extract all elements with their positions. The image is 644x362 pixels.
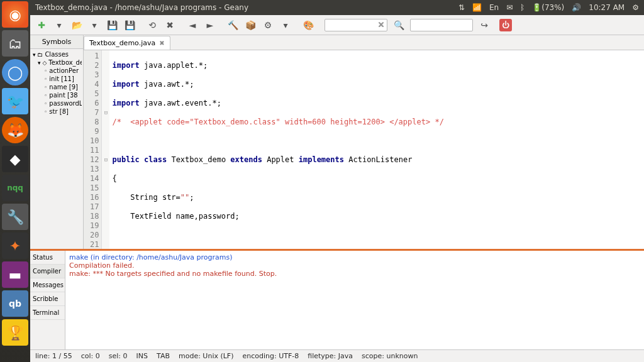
symbols-tree[interactable]: ▾ 🗀Classes ▾ ◇Textbox_de ◦actionPer ◦ini… [30, 49, 83, 249]
tree-item[interactable]: ◦init [11] [31, 75, 82, 83]
workspace: Symbols ▾ 🗀Classes ▾ ◇Textbox_de ◦action… [30, 35, 644, 249]
status-filetype: filetype: Java [308, 352, 353, 360]
message-panel: Status Compiler Messages Scribble Termin… [30, 249, 644, 349]
close-button[interactable]: ✖ [162, 18, 177, 33]
app-icon[interactable]: ▬ [2, 261, 28, 288]
wifi-icon[interactable]: 📶 [472, 3, 482, 12]
messages-tab[interactable]: Messages [30, 278, 65, 292]
execute-dropdown[interactable]: ▾ [278, 18, 293, 33]
compiler-output[interactable]: make (in directory: /home/ashu/Java prog… [65, 251, 644, 349]
bluetooth-icon[interactable]: ᛒ [520, 3, 525, 12]
trophy-icon[interactable]: 🏆 [2, 319, 28, 346]
back-button[interactable]: ◄ [185, 18, 200, 33]
volume-icon[interactable]: 🔊 [572, 3, 581, 12]
tree-item[interactable]: ◦name [9] [31, 83, 82, 91]
files-icon[interactable]: 🗂 [2, 30, 28, 57]
session-icon[interactable]: ⚙ [632, 3, 639, 12]
line-gutter: 1234567891011121314151617181920212223242… [84, 50, 102, 249]
forward-button[interactable]: ► [203, 18, 218, 33]
unity-launcher: ◉ 🗂 ◯ 🐦 🦊 ◆ nqq 🔧 ✦ ▬ qb 🏆 [0, 0, 30, 362]
chromium-icon[interactable]: ◯ [2, 59, 28, 85]
fold-column[interactable]: ⊟ ⊟ [102, 50, 109, 249]
tree-item[interactable]: ◦str [8] [31, 107, 82, 116]
tree-item[interactable]: ◦passwordL [31, 99, 82, 107]
notepadqq-icon[interactable]: nqq [2, 175, 28, 201]
code-editor[interactable]: 1234567891011121314151617181920212223242… [84, 50, 644, 249]
msg-line: Compilation failed. [69, 261, 640, 270]
geany-icon[interactable]: 🔧 [2, 204, 28, 230]
status-tab[interactable]: Status [30, 251, 65, 265]
file-tabs: Textbox_demo.java ✖ [84, 35, 644, 50]
status-line: line: 1 / 55 [35, 352, 72, 360]
status-tab: TAB [157, 352, 170, 360]
status-ins: INS [136, 352, 148, 360]
search-button[interactable]: 🔍 [391, 18, 406, 33]
network-icon[interactable]: ⇅ [458, 3, 465, 12]
msg-line: make (in directory: /home/ashu/Java prog… [69, 253, 640, 261]
inkscape-icon[interactable]: ◆ [2, 146, 28, 172]
terminal-tab[interactable]: Terminal [30, 306, 65, 320]
msg-line: make: *** No targets specified and no ma… [69, 270, 640, 278]
file-tab-label: Textbox_demo.java [89, 39, 155, 47]
color-chooser-button[interactable]: 🎨 [301, 18, 316, 33]
toolbar: ✚ ▾ 📂 ▾ 💾 💾 ⟲ ✖ ◄ ► 🔨 📦 ⚙ ▾ 🎨 🗙 🔍 ↪ ⏻ [30, 15, 644, 35]
statusbar: line: 1 / 55 col: 0 sel: 0 INS TAB mode:… [30, 349, 644, 362]
file-tab[interactable]: Textbox_demo.java ✖ [84, 36, 170, 50]
message-tabs: Status Compiler Messages Scribble Termin… [30, 251, 65, 349]
tree-root[interactable]: ▾ 🗀Classes [31, 50, 82, 58]
battery-indicator[interactable]: 🔋 (73%) [532, 3, 564, 12]
window-title: Textbox_demo.java - /home/ashu/Java prog… [35, 3, 248, 12]
search-input[interactable]: 🗙 [325, 19, 387, 31]
scribble-tab[interactable]: Scribble [30, 292, 65, 306]
execute-button[interactable]: ⚙ [260, 18, 275, 33]
reload-button[interactable]: ⟲ [145, 18, 160, 33]
new-file-button[interactable]: ✚ [34, 18, 49, 33]
firefox-icon[interactable]: 🦊 [2, 117, 28, 143]
status-mode: mode: Unix (LF) [179, 352, 234, 360]
tree-class[interactable]: ▾ ◇Textbox_de [31, 58, 82, 67]
save-all-button[interactable]: 💾 [122, 18, 137, 33]
close-icon[interactable]: ✖ [159, 40, 164, 47]
compile-button[interactable]: 🔨 [225, 18, 240, 33]
dash-icon[interactable]: ◉ [2, 1, 28, 28]
main-window: Textbox_demo.java - /home/ashu/Java prog… [30, 0, 644, 362]
open-button[interactable]: 📂 [69, 18, 84, 33]
clock[interactable]: 10:27 AM [589, 3, 625, 12]
editor-area: Textbox_demo.java ✖ 12345678910111213141… [84, 35, 644, 249]
status-encoding: encoding: UTF-8 [243, 352, 299, 360]
open-dropdown[interactable]: ▾ [87, 18, 102, 33]
qbittorrent-icon[interactable]: qb [2, 290, 28, 317]
top-panel: Textbox_demo.java - /home/ashu/Java prog… [30, 0, 644, 15]
sidebar: Symbols ▾ 🗀Classes ▾ ◇Textbox_de ◦action… [30, 35, 84, 249]
blender-icon[interactable]: ✦ [2, 233, 28, 259]
keyboard-indicator[interactable]: En [489, 3, 499, 12]
tree-item[interactable]: ◦actionPer [31, 67, 82, 75]
mail-icon[interactable]: ✉ [506, 3, 513, 12]
tree-item[interactable]: ◦paint [38 [31, 91, 82, 99]
compiler-tab[interactable]: Compiler [30, 265, 65, 278]
status-sel: sel: 0 [109, 352, 128, 360]
quit-button[interactable]: ⏻ [499, 19, 512, 31]
goto-button[interactable]: ↪ [477, 18, 492, 33]
build-button[interactable]: 📦 [243, 18, 258, 33]
code-content[interactable]: import java.applet.*; import java.awt.*;… [109, 50, 644, 249]
save-button[interactable]: 💾 [104, 18, 119, 33]
symbols-tab[interactable]: Symbols [30, 35, 83, 49]
new-dropdown[interactable]: ▾ [52, 18, 67, 33]
status-col: col: 0 [81, 352, 100, 360]
twitter-icon[interactable]: 🐦 [2, 88, 28, 114]
goto-input[interactable] [410, 19, 473, 31]
status-scope: scope: unknown [362, 352, 418, 360]
